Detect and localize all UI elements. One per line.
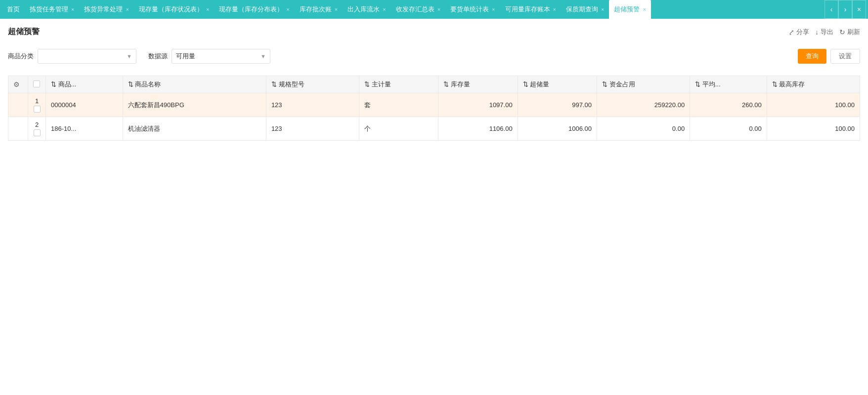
nav-available-account[interactable]: 可用量库存账本 ×: [500, 0, 561, 19]
nav-close-inventory-dist[interactable]: ×: [286, 6, 289, 12]
nav-close-exception-proc[interactable]: ×: [126, 6, 129, 12]
nav-arrow-group: ‹ › ×: [825, 0, 866, 19]
title-actions: ⤤ 分享 ↓ 导出 ↻ 刷新: [788, 28, 860, 37]
page-title-bar: 超储预警 ⤤ 分享 ↓ 导出 ↻ 刷新: [8, 27, 860, 37]
nav-close-inventory-status[interactable]: ×: [206, 6, 209, 12]
row-unit-1: 个: [359, 117, 438, 141]
row-unit-0: 套: [359, 93, 438, 117]
data-table: ⚙ ⇅ 商品... ⇅ 商品名称 ⇅ 规格型号 ⇅ 主计量 ⇅: [8, 76, 860, 141]
th-overstock-label: ⇅ 超储量: [523, 80, 550, 88]
nav-overstock-warning[interactable]: 超储预警 ×: [609, 0, 651, 19]
row-avg-1: 0.00: [690, 117, 767, 141]
th-capital-label: ⇅ 资金占用: [602, 80, 635, 88]
th-max-stock-label: ⇅ 最高库存: [772, 80, 805, 88]
row-settings-0: [8, 93, 28, 117]
row-overstock-0: 997.00: [518, 93, 597, 117]
nav-close-overstock-warning[interactable]: ×: [643, 6, 646, 12]
nav-arrow-left[interactable]: ‹: [825, 0, 838, 19]
refresh-button[interactable]: ↻ 刷新: [839, 28, 860, 37]
nav-exception-proc[interactable]: 拣货异常处理 ×: [79, 0, 133, 19]
th-sku-code-label: ⇅ 商品...: [51, 80, 76, 88]
row-checkbox-0[interactable]: [34, 106, 41, 113]
datasource-select[interactable]: 可用量 ▼: [172, 49, 270, 64]
nav-arrow-close[interactable]: ×: [852, 0, 866, 19]
datasource-value: 可用量: [176, 52, 195, 61]
th-overstock: ⇅ 超储量: [518, 76, 597, 93]
row-spec-0: 123: [266, 93, 359, 117]
nav-inventory-status[interactable]: 现存量（库存状况表） ×: [134, 0, 214, 19]
th-stock: ⇅ 库存量: [438, 76, 518, 93]
table-row: 2 186-10... 机油滤清器 123 个 1106.00 1006.00 …: [8, 117, 860, 141]
nav-task-mgmt[interactable]: 拣货任务管理 ×: [25, 0, 79, 19]
nav-close-inventory-batch[interactable]: ×: [335, 6, 338, 12]
th-sku-name-label: ⇅ 商品名称: [128, 80, 161, 88]
row-sku-name-1: 机油滤清器: [123, 117, 266, 141]
share-icon: ⤤: [788, 28, 794, 36]
th-unit: ⇅ 主计量: [359, 76, 438, 93]
nav-close-inout-flow[interactable]: ×: [383, 6, 386, 12]
category-label: 商品分类: [8, 52, 34, 61]
nav-close-recv-send-summary[interactable]: ×: [437, 6, 440, 12]
row-number-1: 2: [35, 121, 39, 128]
page-content: 超储预警 ⤤ 分享 ↓ 导出 ↻ 刷新 商品分类 ▼ 数据源: [0, 19, 868, 395]
row-settings-1: [8, 117, 28, 141]
th-avg: ⇅ 平均...: [690, 76, 767, 93]
nav-recv-send-summary[interactable]: 收发存汇总表 ×: [391, 0, 445, 19]
nav-order-stats[interactable]: 要货单统计表 ×: [445, 0, 500, 19]
nav-close-task-mgmt[interactable]: ×: [71, 6, 74, 12]
row-sku-code-0: 0000004: [46, 93, 123, 117]
th-avg-label: ⇅ 平均...: [695, 80, 720, 88]
row-spec-1: 123: [266, 117, 359, 141]
row-stock-1: 1106.00: [438, 117, 518, 141]
th-capital: ⇅ 资金占用: [597, 76, 690, 93]
header-checkbox[interactable]: [33, 80, 40, 87]
row-num-1: 2: [28, 117, 46, 141]
th-stock-label: ⇅ 库存量: [443, 80, 470, 88]
top-navigation: 首页 拣货任务管理 × 拣货异常处理 × 现存量（库存状况表） × 现存量（库存…: [0, 0, 868, 19]
nav-arrow-right[interactable]: ›: [838, 0, 852, 19]
category-dropdown-icon: ▼: [127, 53, 132, 59]
export-button[interactable]: ↓ 导出: [815, 28, 833, 37]
filter-datasource: 数据源 可用量 ▼: [148, 49, 270, 64]
nav-inventory-batch[interactable]: 库存批次账 ×: [295, 0, 343, 19]
th-max-stock: ⇅ 最高库存: [767, 76, 860, 93]
row-sku-name-0: 六配套新昌490BPG: [123, 93, 266, 117]
filter-bar: 商品分类 ▼ 数据源 可用量 ▼ 查询 设置: [8, 45, 860, 68]
th-sku-code: ⇅ 商品...: [46, 76, 123, 93]
category-select[interactable]: ▼: [38, 49, 136, 64]
row-num-0: 1: [28, 93, 46, 117]
query-button[interactable]: 查询: [798, 49, 826, 64]
nav-close-available-account[interactable]: ×: [553, 6, 556, 12]
nav-quality-check[interactable]: 保质期查询 ×: [561, 0, 609, 19]
th-spec-label: ⇅ 规格型号: [271, 80, 304, 88]
datasource-label: 数据源: [148, 52, 168, 61]
th-unit-label: ⇅ 主计量: [364, 80, 391, 88]
filter-buttons: 查询 设置: [798, 49, 860, 64]
table-header-row: ⚙ ⇅ 商品... ⇅ 商品名称 ⇅ 规格型号 ⇅ 主计量 ⇅: [8, 76, 860, 93]
export-icon: ↓: [815, 28, 819, 36]
table-row: 1 0000004 六配套新昌490BPG 123 套 1097.00 997.…: [8, 93, 860, 117]
row-capital-1: 0.00: [597, 117, 690, 141]
row-sku-code-1: 186-10...: [46, 117, 123, 141]
gear-icon[interactable]: ⚙: [13, 80, 20, 88]
nav-inventory-dist[interactable]: 现存量（库存分布表） ×: [214, 0, 294, 19]
row-stock-0: 1097.00: [438, 93, 518, 117]
refresh-icon: ↻: [839, 28, 845, 36]
share-button[interactable]: ⤤ 分享: [788, 28, 809, 37]
datasource-dropdown-icon: ▼: [260, 53, 266, 59]
th-check: [28, 76, 46, 93]
row-overstock-1: 1006.00: [518, 117, 597, 141]
row-avg-0: 260.00: [690, 93, 767, 117]
page-title: 超储预警: [8, 27, 40, 37]
nav-close-quality-check[interactable]: ×: [601, 6, 604, 12]
nav-home[interactable]: 首页: [2, 0, 25, 19]
th-sku-name: ⇅ 商品名称: [123, 76, 266, 93]
nav-close-order-stats[interactable]: ×: [492, 6, 495, 12]
nav-inout-flow[interactable]: 出入库流水 ×: [343, 0, 391, 19]
filter-category: 商品分类 ▼: [8, 49, 136, 64]
row-max-stock-0: 100.00: [767, 93, 860, 117]
row-checkbox-1[interactable]: [34, 129, 41, 136]
settings-button[interactable]: 设置: [830, 49, 860, 64]
th-spec: ⇅ 规格型号: [266, 76, 359, 93]
row-capital-0: 259220.00: [597, 93, 690, 117]
